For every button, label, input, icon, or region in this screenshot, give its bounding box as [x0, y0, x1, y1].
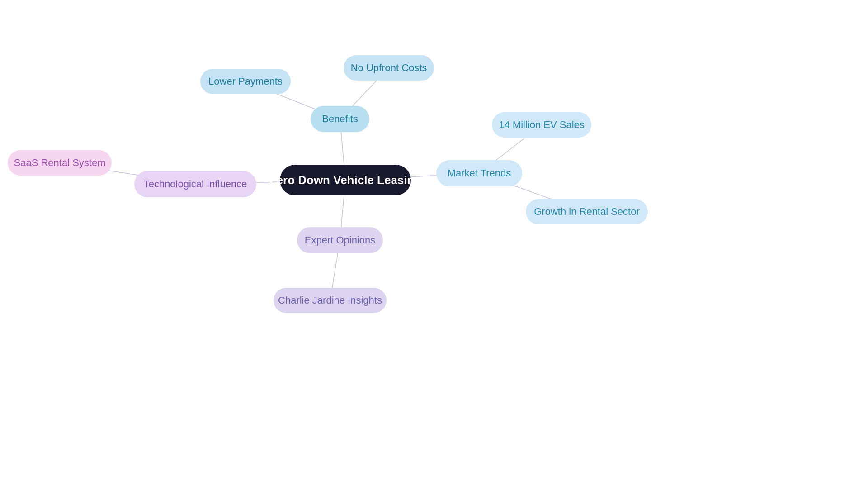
tech-influence-node[interactable]: Technological Influence: [134, 171, 256, 197]
expert-opinions-node[interactable]: Expert Opinions: [297, 227, 383, 253]
expert-opinions-label: Expert Opinions: [305, 234, 376, 246]
growth-rental-node[interactable]: Growth in Rental Sector: [526, 199, 648, 224]
center-node[interactable]: Zero Down Vehicle Leasing: [280, 165, 411, 195]
saas-rental-label: SaaS Rental System: [14, 157, 106, 169]
center-label: Zero Down Vehicle Leasing: [269, 173, 422, 187]
benefits-label: Benefits: [322, 113, 358, 125]
lower-payments-label: Lower Payments: [208, 76, 283, 87]
no-upfront-costs-node[interactable]: No Upfront Costs: [344, 55, 434, 81]
benefits-node[interactable]: Benefits: [311, 106, 369, 132]
saas-rental-node[interactable]: SaaS Rental System: [8, 150, 112, 176]
market-trends-node[interactable]: Market Trends: [436, 160, 522, 186]
growth-rental-label: Growth in Rental Sector: [534, 206, 640, 218]
charlie-jardine-label: Charlie Jardine Insights: [278, 295, 382, 306]
ev-sales-label: 14 Million EV Sales: [499, 119, 585, 131]
market-trends-label: Market Trends: [448, 167, 511, 179]
charlie-jardine-node[interactable]: Charlie Jardine Insights: [274, 288, 387, 313]
ev-sales-node[interactable]: 14 Million EV Sales: [492, 112, 591, 138]
lower-payments-node[interactable]: Lower Payments: [200, 69, 291, 94]
no-upfront-costs-label: No Upfront Costs: [351, 62, 427, 74]
tech-influence-label: Technological Influence: [144, 178, 247, 190]
